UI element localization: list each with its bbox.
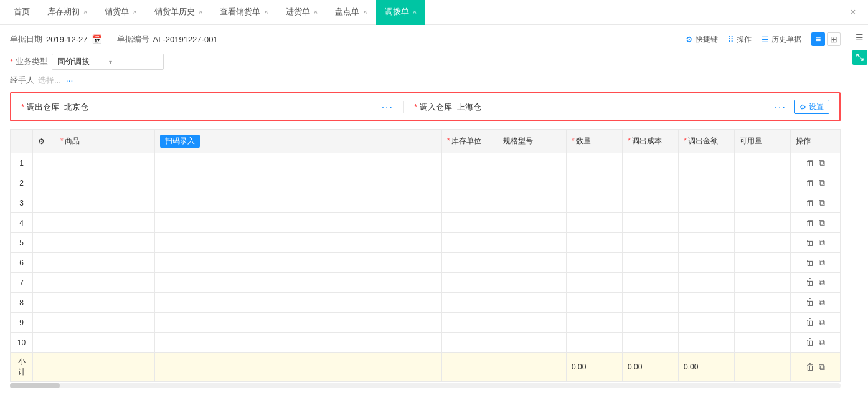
row-spec-cell[interactable] [498, 333, 567, 353]
copy-icon[interactable]: ⧉ [819, 198, 825, 207]
row-unit-cell[interactable] [442, 253, 498, 273]
delete-icon[interactable]: 🗑 [806, 217, 814, 227]
handler-select[interactable]: 选择... [38, 75, 61, 86]
in-more-icon[interactable]: ··· [775, 102, 786, 113]
row-cost-cell[interactable] [623, 293, 679, 313]
row-amount-cell[interactable] [679, 333, 735, 353]
copy-icon[interactable]: ⧉ [819, 158, 825, 168]
copy-icon[interactable]: ⧉ [819, 237, 825, 247]
delete-icon-last[interactable]: 🗑 [806, 362, 814, 372]
row-cost-cell[interactable] [623, 233, 679, 253]
row-goods-cell[interactable] [55, 273, 155, 293]
row-qty-cell[interactable] [567, 253, 623, 273]
delete-icon[interactable]: 🗑 [806, 277, 814, 287]
copy-icon-last[interactable]: ⧉ [819, 362, 825, 372]
row-unit-cell[interactable] [442, 173, 498, 193]
row-spec-cell[interactable] [498, 233, 567, 253]
window-close-button[interactable]: × [843, 2, 863, 22]
row-spec-cell[interactable] [498, 313, 567, 333]
operation-button[interactable]: ⠿ 操作 [728, 34, 752, 45]
tab-sales-order[interactable]: 销货单 × [96, 0, 145, 25]
out-more-icon[interactable]: ··· [382, 102, 394, 113]
row-amount-cell[interactable] [679, 253, 735, 273]
tab-sales-history[interactable]: 销货单历史 × [146, 0, 211, 25]
row-cost-cell[interactable] [623, 253, 679, 273]
row-cost-cell[interactable] [623, 213, 679, 233]
copy-icon[interactable]: ⧉ [819, 217, 825, 227]
row-spec-cell[interactable] [498, 273, 567, 293]
row-amount-cell[interactable] [679, 233, 735, 253]
tab-close-inventory-init[interactable]: × [83, 8, 87, 16]
row-spec-cell[interactable] [498, 193, 567, 213]
row-amount-cell[interactable] [679, 153, 735, 173]
copy-icon[interactable]: ⧉ [819, 297, 825, 307]
row-unit-cell[interactable] [442, 273, 498, 293]
sidebar-expand-icon[interactable] [852, 50, 867, 65]
delete-icon[interactable]: 🗑 [806, 237, 814, 247]
delete-icon[interactable]: 🗑 [806, 158, 814, 168]
row-spec-cell[interactable] [498, 213, 567, 233]
row-goods-cell[interactable] [55, 253, 155, 273]
row-spec-cell[interactable] [498, 153, 567, 173]
row-goods-cell[interactable] [55, 333, 155, 353]
tab-close-sales-history[interactable]: × [199, 8, 202, 16]
row-cost-cell[interactable] [623, 153, 679, 173]
tab-inventory-init[interactable]: 库存期初 × [39, 0, 96, 25]
row-unit-cell[interactable] [442, 213, 498, 233]
row-amount-cell[interactable] [679, 293, 735, 313]
delete-icon[interactable]: 🗑 [806, 337, 814, 347]
row-unit-cell[interactable] [442, 333, 498, 353]
copy-icon[interactable]: ⧉ [819, 257, 825, 267]
row-goods-cell[interactable] [55, 293, 155, 313]
settings-icon[interactable]: ⚙ [38, 137, 45, 146]
copy-icon[interactable]: ⧉ [819, 277, 825, 287]
tab-close-inventory-count[interactable]: × [363, 8, 367, 16]
row-goods-cell[interactable] [55, 173, 155, 193]
copy-icon[interactable]: ⧉ [819, 317, 825, 327]
delete-icon[interactable]: 🗑 [806, 178, 814, 188]
row-unit-cell[interactable] [442, 193, 498, 213]
row-qty-cell[interactable] [567, 293, 623, 313]
delete-icon[interactable]: 🗑 [806, 198, 814, 207]
row-cost-cell[interactable] [623, 173, 679, 193]
row-spec-cell[interactable] [498, 253, 567, 273]
row-cost-cell[interactable] [623, 333, 679, 353]
tab-transfer[interactable]: 调拨单 × [376, 0, 425, 25]
tab-close-transfer[interactable]: × [413, 8, 417, 16]
row-qty-cell[interactable] [567, 173, 623, 193]
calendar-icon[interactable]: 📅 [92, 34, 102, 44]
history-button[interactable]: ☰ 历史单据 [762, 34, 801, 45]
row-cost-cell[interactable] [623, 273, 679, 293]
tab-inventory-count[interactable]: 盘点单 × [326, 0, 375, 25]
copy-icon[interactable]: ⧉ [819, 178, 825, 188]
row-unit-cell[interactable] [442, 293, 498, 313]
row-qty-cell[interactable] [567, 193, 623, 213]
business-type-select[interactable]: 同价调拨 ▾ [52, 54, 164, 70]
row-cost-cell[interactable] [623, 193, 679, 213]
row-spec-cell[interactable] [498, 293, 567, 313]
row-qty-cell[interactable] [567, 273, 623, 293]
tab-view-sales[interactable]: 查看销货单 × [211, 0, 276, 25]
shortcut-button[interactable]: ⚙ 快捷键 [686, 34, 718, 45]
row-goods-cell[interactable] [55, 213, 155, 233]
row-amount-cell[interactable] [679, 193, 735, 213]
tab-home[interactable]: 首页 [5, 0, 39, 25]
layout-list-button[interactable]: ≡ [811, 32, 825, 46]
row-qty-cell[interactable] [567, 233, 623, 253]
col-settings-header[interactable]: ⚙ [33, 130, 55, 153]
row-amount-cell[interactable] [679, 173, 735, 193]
row-qty-cell[interactable] [567, 153, 623, 173]
row-amount-cell[interactable] [679, 273, 735, 293]
row-spec-cell[interactable] [498, 173, 567, 193]
tab-close-view-sales[interactable]: × [264, 8, 268, 16]
handler-more-icon[interactable]: ··· [66, 75, 73, 85]
sidebar-list-icon[interactable]: ☰ [852, 30, 867, 45]
delete-icon[interactable]: 🗑 [806, 317, 814, 327]
horizontal-scrollbar[interactable] [10, 383, 841, 388]
row-goods-cell[interactable] [55, 153, 155, 173]
scan-button[interactable]: 扫码录入 [160, 135, 200, 148]
row-cost-cell[interactable] [623, 313, 679, 333]
row-unit-cell[interactable] [442, 153, 498, 173]
row-amount-cell[interactable] [679, 213, 735, 233]
copy-icon[interactable]: ⧉ [819, 337, 825, 347]
